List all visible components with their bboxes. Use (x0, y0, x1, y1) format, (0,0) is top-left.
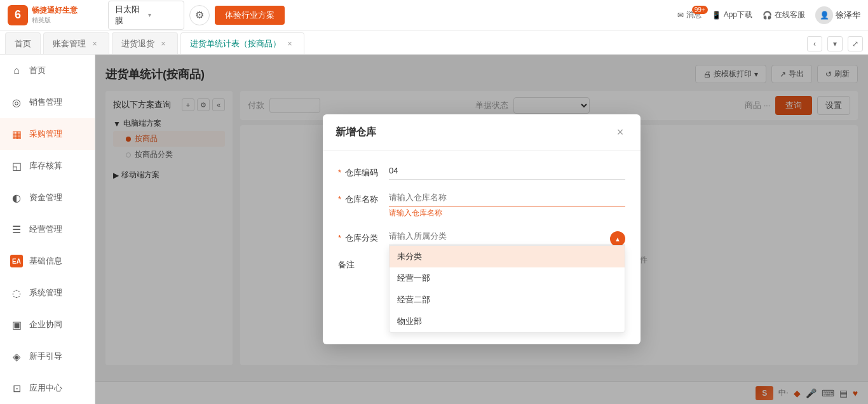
mobile-icon: 📱 (712, 11, 721, 20)
form-row-name: * 仓库名称 请输入仓库名称 (338, 190, 625, 219)
form-row-category: * 仓库分类 ▲ 未分类 经营一部 经营二部 物业部 (338, 229, 625, 245)
required-star-name: * (338, 194, 341, 204)
avatar-icon: 👤 (815, 6, 833, 24)
selector-arrow-icon: ▾ (148, 11, 177, 18)
warehouse-name-input[interactable] (389, 190, 625, 206)
required-star-code: * (338, 168, 341, 177)
sidebar-item-guide[interactable]: ◈ 新手引导 (0, 340, 95, 372)
sidebar-item-inventory[interactable]: ◱ 库存核算 (0, 150, 95, 182)
trial-button[interactable]: 体验行业方案 (215, 6, 285, 25)
form-row-code: * 仓库编码 (338, 163, 625, 180)
required-star-category: * (338, 233, 341, 243)
code-label: * 仓库编码 (338, 163, 389, 178)
sidebar-item-system[interactable]: ◌ 系统管理 (0, 277, 95, 309)
logo-icon: 6 (8, 5, 28, 25)
inventory-icon: ◱ (10, 159, 23, 172)
logo-text: 畅捷通好生意 精英版 (32, 5, 78, 25)
sidebar-item-operation[interactable]: ☰ 经营管理 (0, 213, 95, 245)
dropdown-option-unclassified[interactable]: 未分类 (390, 246, 625, 267)
sidebar-item-app-center[interactable]: ⊡ 应用中心 (0, 372, 95, 404)
app-center-icon: ⊡ (10, 382, 23, 394)
dialog-header: 新增仓库 × (323, 114, 641, 151)
tab-purchase-stats[interactable]: 进货单统计表（按商品） × (180, 32, 304, 54)
app-download-item[interactable]: 📱 App下载 (712, 10, 752, 20)
header-right: ✉ 消息 99+ 📱 App下载 🎧 在线客服 👤 徐泽华 (677, 6, 860, 24)
guide-icon: ◈ (10, 350, 23, 363)
tab-account[interactable]: 账套管理 × (43, 32, 109, 54)
operation-icon: ☰ (10, 223, 23, 236)
sales-icon: ◎ (10, 96, 23, 109)
category-dropdown-toggle[interactable]: ▲ (610, 231, 625, 246)
tab-nav-expand-btn[interactable]: ⤢ (848, 36, 863, 51)
category-control: ▲ 未分类 经营一部 经营二部 物业部 (389, 229, 625, 245)
dropdown-option-op2[interactable]: 经营二部 (390, 289, 625, 311)
tab-purchase-stats-close-icon[interactable]: × (285, 39, 295, 49)
warehouse-code-input[interactable] (389, 163, 625, 180)
tab-nav-right-btn[interactable]: ▾ (827, 36, 843, 51)
sidebar-item-enterprise[interactable]: ▣ 企业协同 (0, 309, 95, 340)
sidebar-item-sales[interactable]: ◎ 销售管理 (0, 86, 95, 118)
tab-home[interactable]: 首页 (5, 32, 41, 54)
headphone-icon: 🎧 (763, 11, 772, 20)
modal-overlay: 新增仓库 × * 仓库编码 (95, 55, 868, 404)
main-layout: ⌂ 首页 ◎ 销售管理 ▦ 采购管理 ◱ 库存核算 ◐ 资金管理 ☰ 经营管理 … (0, 55, 868, 404)
company-selector[interactable]: 日太阳膜 ▾ (108, 1, 184, 30)
dialog-body: * 仓库编码 * 仓库名称 (323, 151, 641, 304)
sidebar-item-purchase[interactable]: ▦ 采购管理 (0, 118, 95, 150)
tab-nav-left-btn[interactable]: ‹ (807, 36, 822, 51)
sidebar-item-home[interactable]: ⌂ 首页 (0, 55, 95, 86)
sidebar-item-basic[interactable]: EA 基础信息 (0, 245, 95, 277)
tab-purchase-return[interactable]: 进货退货 × (112, 32, 178, 54)
message-item[interactable]: ✉ 消息 99+ (677, 10, 702, 20)
tab-account-close-icon[interactable]: × (90, 39, 100, 49)
code-control (389, 163, 625, 180)
message-badge: 99+ (692, 6, 708, 14)
home-icon: ⌂ (10, 64, 23, 77)
sidebar: ⌂ 首页 ◎ 销售管理 ▦ 采购管理 ◱ 库存核算 ◐ 资金管理 ☰ 经营管理 … (0, 55, 95, 404)
tab-bar: 首页 账套管理 × 进货退货 × 进货单统计表（按商品） × ‹ ▾ ⤢ (0, 30, 868, 55)
category-label: * 仓库分类 (338, 229, 389, 244)
dropdown-option-op1[interactable]: 经营一部 (390, 267, 625, 289)
dialog-close-button[interactable]: × (613, 125, 628, 140)
logo-area: 6 畅捷通好生意 精英版 (8, 5, 103, 25)
message-icon: ✉ (677, 11, 684, 20)
enterprise-icon: ▣ (10, 318, 23, 331)
dropdown-option-property[interactable]: 物业部 (390, 311, 625, 332)
purchase-icon: ▦ (10, 128, 23, 140)
sidebar-item-finance[interactable]: ◐ 资金管理 (0, 182, 95, 213)
system-icon: ◌ (10, 286, 23, 299)
user-avatar-area[interactable]: 👤 徐泽华 (815, 6, 860, 24)
tab-purchase-return-close-icon[interactable]: × (158, 39, 168, 49)
finance-icon: ◐ (10, 191, 23, 204)
warehouse-category-input[interactable] (389, 229, 625, 245)
add-warehouse-dialog: 新增仓库 × * 仓库编码 (323, 114, 641, 344)
name-label: * 仓库名称 (338, 190, 389, 205)
content-area: 进货单统计(按商品) 🖨 按模板打印 ▾ ↗ 导出 ↺ 刷新 (95, 55, 868, 404)
top-header: 6 畅捷通好生意 精英版 日太阳膜 ▾ ⚙ 体验行业方案 ✉ 消息 99+ 📱 … (0, 0, 868, 30)
online-service-item[interactable]: 🎧 在线客服 (763, 10, 805, 20)
basic-icon: EA (10, 255, 23, 267)
name-control: 请输入仓库名称 (389, 190, 625, 219)
settings-gear-button[interactable]: ⚙ (189, 5, 210, 25)
remark-label: 备注 (338, 255, 389, 271)
category-dropdown-list: 未分类 经营一部 经营二部 物业部 (389, 245, 625, 333)
tab-bar-right: ‹ ▾ ⤢ (807, 36, 863, 54)
name-error-msg: 请输入仓库名称 (389, 208, 625, 219)
dialog-title: 新增仓库 (336, 126, 376, 139)
